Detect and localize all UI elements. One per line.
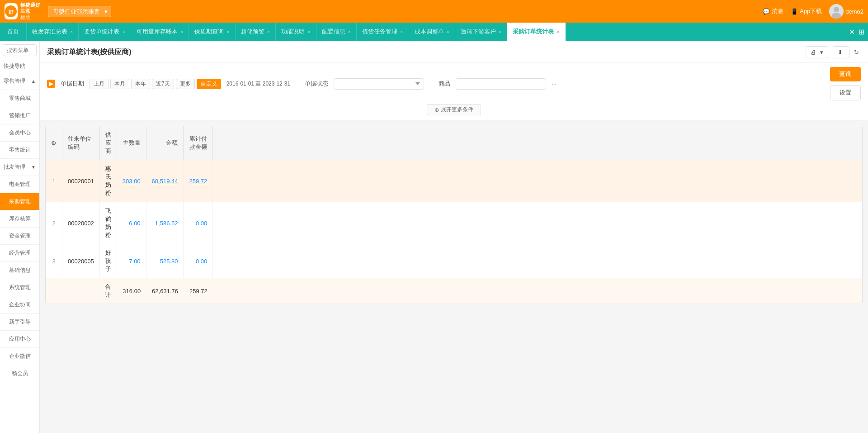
sidebar-item-wholesale-label: 批发管理 xyxy=(4,163,25,171)
row-code-2: 00020002 xyxy=(62,202,100,244)
col-supplier: 供应商 xyxy=(99,126,117,160)
user-area[interactable]: demo2 xyxy=(829,4,863,19)
tab-invite-downstream-label: 邀请下游客户 xyxy=(461,28,496,36)
logo-text: 畅捷通好生意 标版 xyxy=(20,2,44,20)
date-chip-this-month[interactable]: 本月 xyxy=(110,79,129,89)
col-quantity: 主数量 xyxy=(117,126,146,160)
date-chip-7days[interactable]: 近7天 xyxy=(152,79,174,89)
sidebar-item-membership[interactable]: 畅会员 xyxy=(0,365,39,382)
app-download-action[interactable]: 📱 App下载 xyxy=(791,7,822,15)
tab-overstock-warning-label: 超储预警 xyxy=(241,28,264,36)
date-chip-this-year[interactable]: 本年 xyxy=(131,79,150,89)
user-avatar xyxy=(829,4,844,19)
date-chip-more[interactable]: 更多 xyxy=(176,79,195,89)
tab-available-stock[interactable]: 可用量库存账本 × xyxy=(131,23,189,41)
page-header-actions: 🖨 ▾ ⬇ ↻ xyxy=(806,46,861,58)
tab-function-desc[interactable]: 功能说明 × xyxy=(276,23,316,41)
tab-overstock-warning[interactable]: 超储预警 × xyxy=(236,23,276,41)
workspace-selector-wrapper[interactable]: 母婴行业演示账套 xyxy=(48,6,111,17)
tab-function-desc-label: 功能说明 xyxy=(281,28,305,36)
filter-expand-btn[interactable]: ▶ xyxy=(47,80,55,88)
tab-purchase-stat[interactable]: 采购订单统计表 × xyxy=(507,23,565,41)
row-quantity-1[interactable]: 303.00 xyxy=(117,160,146,202)
row-quantity-2[interactable]: 6.00 xyxy=(117,202,146,244)
tab-config-info[interactable]: 配置信息 × xyxy=(316,23,357,41)
tab-invite-downstream-close[interactable]: × xyxy=(499,29,501,34)
filter-row: ▶ 单据日期 上月 本月 本年 近7天 更多 自定义 2016-01-01 至 … xyxy=(47,67,861,100)
tab-pick-task[interactable]: 拣货任务管理 × xyxy=(357,23,409,41)
tab-cost-adjust-close[interactable]: × xyxy=(447,29,449,34)
tab-receive-summary[interactable]: 收发存汇总表 × xyxy=(27,23,79,41)
row-quantity-3[interactable]: 7.00 xyxy=(117,244,146,278)
tab-pick-task-close[interactable]: × xyxy=(400,29,403,34)
date-chip-custom[interactable]: 自定义 xyxy=(197,79,221,89)
sidebar-item-wholesale[interactable]: 批发管理 ▼ xyxy=(0,159,39,176)
date-chip-last-month[interactable]: 上月 xyxy=(90,79,108,89)
sidebar-item-purchase-management[interactable]: 采购管理 xyxy=(0,193,39,210)
sidebar-item-basic-info[interactable]: 基础信息 xyxy=(0,262,39,279)
tab-available-stock-close[interactable]: × xyxy=(180,29,183,34)
search-input[interactable] xyxy=(3,44,37,56)
sidebar-item-new-guide[interactable]: 新手引导 xyxy=(0,314,39,331)
settings-icon[interactable]: ⚙ xyxy=(51,140,57,147)
sidebar-item-system-label: 系统管理 xyxy=(9,284,31,290)
tab-cost-adjust[interactable]: 成本调整单 × xyxy=(409,23,455,41)
row-paid-2[interactable]: 0.00 xyxy=(184,202,213,244)
tab-purchase-stat-close[interactable]: × xyxy=(557,29,559,34)
sidebar-item-member-center[interactable]: 会员中心 xyxy=(0,124,39,142)
expand-more-btn[interactable]: ⊕ 展开更多条件 xyxy=(427,104,481,115)
row-amount-2[interactable]: 1,586.52 xyxy=(146,202,184,244)
sidebar-item-marketing[interactable]: 营销推广 xyxy=(0,107,39,124)
refresh-button[interactable]: ↻ xyxy=(854,49,861,56)
row-paid-3[interactable]: 0.00 xyxy=(184,244,213,278)
sidebar-search-area xyxy=(0,41,39,60)
sidebar-item-stock-check[interactable]: 库存核算 xyxy=(0,210,39,228)
row-amount-3[interactable]: 525.80 xyxy=(146,244,184,278)
tab-overstock-warning-close[interactable]: × xyxy=(267,29,270,34)
tabs-expand-icon[interactable]: ⊞ xyxy=(859,28,864,36)
tab-invite-downstream[interactable]: 邀请下游客户 × xyxy=(455,23,507,41)
tab-goods-stat-close[interactable]: × xyxy=(122,29,125,34)
sidebar-item-ecommerce[interactable]: 电商管理 xyxy=(0,176,39,193)
print-button[interactable]: 🖨 ▾ xyxy=(806,46,828,58)
settings-button[interactable]: 设置 xyxy=(830,85,861,100)
tab-expiry-query[interactable]: 保质期查询 × xyxy=(189,23,235,41)
sidebar-quick-nav[interactable]: 快捷导航 xyxy=(0,60,39,73)
logo-area: 好 畅捷通好生意 标版 xyxy=(5,2,44,20)
sidebar-item-retail-stat[interactable]: 零售统计 xyxy=(0,142,39,159)
col-settings[interactable]: ⚙ xyxy=(46,126,62,160)
goods-input[interactable] xyxy=(456,78,546,90)
goods-input-more-icon[interactable]: ··· xyxy=(552,81,557,87)
username-label: demo2 xyxy=(845,8,863,15)
tab-goods-stat[interactable]: 要货单统计表 × xyxy=(79,23,131,41)
sidebar-item-app-center[interactable]: 应用中心 xyxy=(0,331,39,348)
tabs-close-all-icon[interactable]: ✕ xyxy=(849,28,855,36)
nav-tabs-end: ✕ ⊞ xyxy=(845,23,868,41)
sidebar-item-finance[interactable]: 资金管理 xyxy=(0,228,39,245)
message-action[interactable]: 💬 消息 xyxy=(763,7,783,15)
query-button[interactable]: 查询 xyxy=(830,67,861,81)
sidebar-item-ops-label: 经营管理 xyxy=(9,250,31,256)
export-button[interactable]: ⬇ xyxy=(833,46,849,58)
row-paid-1[interactable]: 259.72 xyxy=(184,160,213,202)
tab-function-desc-close[interactable]: × xyxy=(307,29,310,34)
status-select[interactable] xyxy=(334,78,424,90)
logo-icon: 好 xyxy=(5,3,18,19)
sidebar-item-system[interactable]: 系统管理 xyxy=(0,279,39,296)
top-bar-actions: 💬 消息 📱 App下载 demo2 xyxy=(763,4,863,19)
tab-config-info-close[interactable]: × xyxy=(348,29,351,34)
sidebar-item-enterprise-wechat[interactable]: 企业微信 xyxy=(0,348,39,365)
page-header: 采购订单统计表(按供应商) 🖨 ▾ ⬇ ↻ xyxy=(40,41,868,62)
sidebar-item-retail-management[interactable]: 零售管理 ▲ xyxy=(0,73,39,90)
tab-receive-summary-close[interactable]: × xyxy=(70,29,73,34)
row-amount-1[interactable]: 60,519.44 xyxy=(146,160,184,202)
data-table-wrap: ⚙ 往来单位编码 供应商 主数量 金额 累计付款金额 1 00020001 xyxy=(45,126,863,304)
col-code: 往来单位编码 xyxy=(62,126,100,160)
tab-home[interactable]: 首页 xyxy=(0,23,27,41)
workspace-selector[interactable]: 母婴行业演示账套 xyxy=(48,6,111,17)
sidebar-item-retail-store[interactable]: 零售商城 xyxy=(0,90,39,107)
tab-expiry-query-close[interactable]: × xyxy=(226,29,229,34)
goods-filter-label: 商品 xyxy=(439,80,450,88)
sidebar-item-ops[interactable]: 经营管理 xyxy=(0,245,39,262)
sidebar-item-enterprise-coop[interactable]: 企业协同 xyxy=(0,296,39,314)
